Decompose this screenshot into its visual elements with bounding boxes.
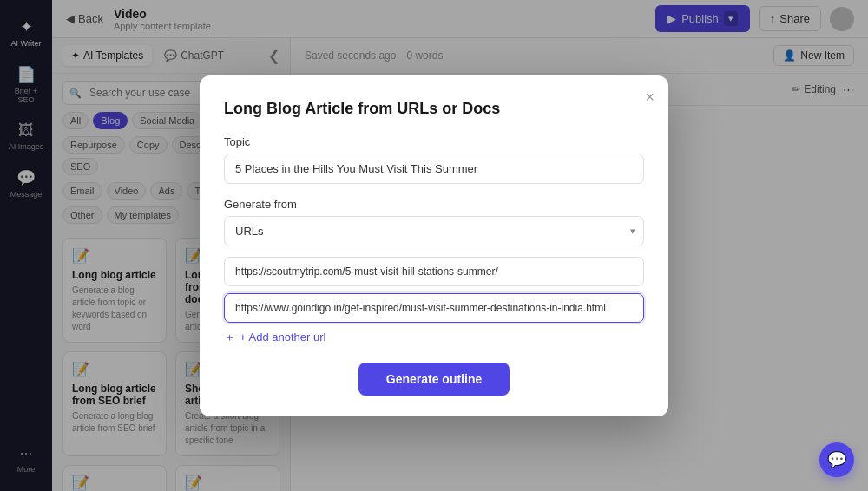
- add-url-label: + Add another url: [240, 331, 326, 344]
- generate-from-label: Generate from: [224, 198, 644, 211]
- modal-close-button[interactable]: ×: [645, 89, 654, 105]
- chat-bubble[interactable]: 💬: [819, 442, 854, 477]
- url-input-2[interactable]: [224, 293, 644, 323]
- add-url-button[interactable]: ＋ + Add another url: [224, 330, 326, 345]
- modal-overlay[interactable]: × Long Blog Article from URLs or Docs To…: [0, 0, 868, 491]
- plus-icon: ＋: [224, 330, 235, 345]
- url-input-1[interactable]: [224, 257, 644, 286]
- topic-label: Topic: [224, 135, 644, 148]
- generate-from-wrapper: URLs Documents ▾: [224, 216, 644, 246]
- modal: × Long Blog Article from URLs or Docs To…: [200, 75, 668, 416]
- topic-input[interactable]: [224, 154, 644, 184]
- generate-outline-button[interactable]: Generate outline: [358, 363, 510, 396]
- generate-from-select[interactable]: URLs Documents: [224, 216, 644, 246]
- modal-title: Long Blog Article from URLs or Docs: [224, 100, 644, 118]
- chat-icon: 💬: [827, 450, 846, 469]
